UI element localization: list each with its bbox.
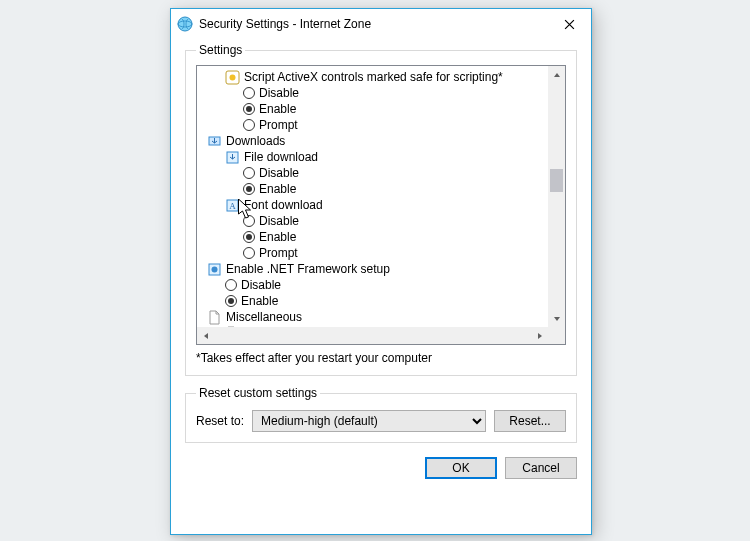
- horizontal-scrollbar[interactable]: [197, 327, 548, 344]
- radio-icon: [243, 119, 255, 131]
- svg-point-0: [178, 17, 192, 31]
- reset-to-label: Reset to:: [196, 414, 244, 428]
- settings-footnote: *Takes effect after you restart your com…: [196, 351, 566, 365]
- node-file-download-label: File download: [244, 150, 318, 164]
- svg-text:A: A: [229, 201, 236, 211]
- svg-point-3: [230, 74, 236, 80]
- option-file-download-disable[interactable]: Disable: [199, 165, 546, 181]
- cancel-button[interactable]: Cancel: [505, 457, 577, 479]
- option-font-download-enable[interactable]: Enable: [199, 229, 546, 245]
- option-font-download-disable[interactable]: Disable: [199, 213, 546, 229]
- radio-icon: [243, 103, 255, 115]
- page-icon: [207, 310, 222, 325]
- reset-to-select[interactable]: Medium-high (default): [252, 410, 486, 432]
- radio-icon: [225, 295, 237, 307]
- vertical-scroll-thumb[interactable]: [550, 169, 563, 192]
- scroll-right-button[interactable]: [531, 327, 548, 344]
- dotnet-icon: [207, 262, 222, 277]
- reset-legend: Reset custom settings: [196, 386, 320, 400]
- option-script-activex-prompt[interactable]: Prompt: [199, 117, 546, 133]
- radio-icon: [243, 87, 255, 99]
- option-file-download-enable[interactable]: Enable: [199, 181, 546, 197]
- scroll-left-button[interactable]: [197, 327, 214, 344]
- settings-tree-viewport: Script ActiveX controls marked safe for …: [197, 66, 548, 327]
- option-dotnet-disable[interactable]: Disable: [199, 277, 546, 293]
- horizontal-scroll-track[interactable]: [214, 327, 531, 344]
- radio-icon: [243, 247, 255, 259]
- radio-icon: [225, 279, 237, 291]
- svg-point-9: [212, 266, 218, 272]
- node-script-activex-label: Script ActiveX controls marked safe for …: [244, 70, 503, 84]
- option-font-download-prompt[interactable]: Prompt: [199, 245, 546, 261]
- ok-button[interactable]: OK: [425, 457, 497, 479]
- settings-legend: Settings: [196, 43, 245, 57]
- file-download-icon: [225, 150, 240, 165]
- settings-tree[interactable]: Script ActiveX controls marked safe for …: [196, 65, 566, 345]
- vertical-scroll-track[interactable]: [548, 83, 565, 310]
- radio-icon: [243, 231, 255, 243]
- option-dotnet-enable[interactable]: Enable: [199, 293, 546, 309]
- node-dotnet[interactable]: Enable .NET Framework setup: [199, 261, 546, 277]
- node-miscellaneous-label: Miscellaneous: [226, 310, 302, 324]
- reset-button[interactable]: Reset...: [494, 410, 566, 432]
- node-miscellaneous[interactable]: Miscellaneous: [199, 309, 546, 325]
- radio-icon: [243, 183, 255, 195]
- reset-group: Reset custom settings Reset to: Medium-h…: [185, 386, 577, 443]
- node-downloads-label: Downloads: [226, 134, 285, 148]
- option-script-activex-disable[interactable]: Disable: [199, 85, 546, 101]
- window-title: Security Settings - Internet Zone: [199, 17, 549, 31]
- font-download-icon: A: [225, 198, 240, 213]
- security-settings-dialog: Security Settings - Internet Zone Settin…: [170, 8, 592, 535]
- downloads-icon: [207, 134, 222, 149]
- node-script-activex[interactable]: Script ActiveX controls marked safe for …: [199, 69, 546, 85]
- option-script-activex-enable[interactable]: Enable: [199, 101, 546, 117]
- vertical-scrollbar[interactable]: [548, 66, 565, 327]
- node-downloads[interactable]: Downloads: [199, 133, 546, 149]
- internet-options-icon: [177, 16, 193, 32]
- node-font-download[interactable]: A Font download: [199, 197, 546, 213]
- activex-icon: [225, 70, 240, 85]
- radio-icon: [243, 215, 255, 227]
- settings-group: Settings Script ActiveX controls marked …: [185, 43, 577, 376]
- node-font-download-label: Font download: [244, 198, 323, 212]
- close-button[interactable]: [549, 10, 589, 38]
- scroll-down-button[interactable]: [548, 310, 565, 327]
- scroll-corner: [548, 327, 565, 344]
- radio-icon: [243, 167, 255, 179]
- node-file-download[interactable]: File download: [199, 149, 546, 165]
- scroll-up-button[interactable]: [548, 66, 565, 83]
- node-dotnet-label: Enable .NET Framework setup: [226, 262, 390, 276]
- titlebar[interactable]: Security Settings - Internet Zone: [171, 9, 591, 39]
